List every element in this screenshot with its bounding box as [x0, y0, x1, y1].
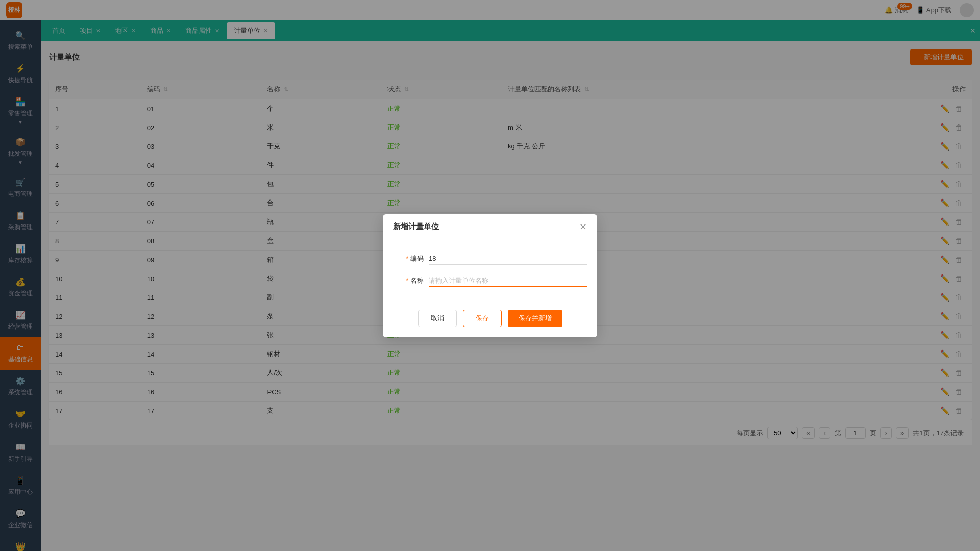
code-label: * 编码: [393, 254, 424, 263]
dialog-close-button[interactable]: ✕: [579, 221, 587, 233]
name-input[interactable]: [429, 274, 587, 287]
dialog-title: 新增计量单位: [393, 222, 439, 232]
save-button[interactable]: 保存: [463, 310, 502, 327]
dialog-body: * 编码 * 名称: [383, 240, 597, 305]
add-unit-dialog: 新增计量单位 ✕ * 编码 * 名称 取消 保存 保存并新增: [383, 214, 597, 337]
dialog-header: 新增计量单位 ✕: [383, 214, 597, 240]
dialog-footer: 取消 保存 保存并新增: [383, 305, 597, 337]
cancel-button[interactable]: 取消: [418, 310, 457, 327]
modal-overlay[interactable]: 新增计量单位 ✕ * 编码 * 名称 取消 保存 保存并新增: [0, 0, 980, 551]
required-star-name: *: [406, 277, 408, 284]
save-and-new-button[interactable]: 保存并新增: [508, 310, 562, 327]
code-input[interactable]: [429, 253, 587, 265]
form-row-code: * 编码: [393, 253, 587, 265]
name-label: * 名称: [393, 276, 424, 285]
required-star: *: [406, 255, 408, 262]
form-row-name: * 名称: [393, 274, 587, 287]
